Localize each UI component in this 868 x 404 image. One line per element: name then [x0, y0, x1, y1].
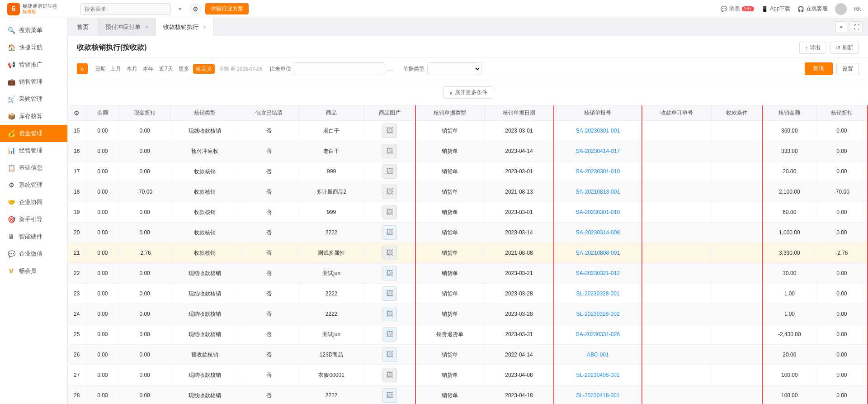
cell-cancel-bill-type: 销货单: [415, 263, 485, 284]
cancel-bill-no-link[interactable]: SA-20210808-001: [576, 250, 620, 256]
app-download-item[interactable]: 📱 App下载: [761, 5, 790, 13]
cancel-bill-no-link[interactable]: SA-20230321-012: [576, 270, 620, 276]
cancel-bill-no-link[interactable]: SL-20230328-001: [576, 290, 619, 297]
table-row: 28 0.00 0.00 现线收款核销 否 2222 🖼 销货单 2023-04…: [68, 385, 868, 404]
sidebar-item-vip[interactable]: V 畅会员: [0, 262, 67, 280]
date-btn-custom[interactable]: 自定义: [193, 64, 215, 74]
refresh-icon: ↺: [836, 45, 840, 51]
online-service-item[interactable]: 🎧 在线客服: [797, 5, 828, 13]
cell-balance: 0.00: [86, 141, 119, 162]
sidebar-item-purchase[interactable]: 🛒 采购管理: [0, 90, 67, 108]
refresh-btn[interactable]: ↺ 刷新: [830, 42, 859, 54]
cancel-bill-no-link[interactable]: SA-20230301-010: [576, 168, 620, 175]
tab-cancel-exec[interactable]: 收款核销执行 ×: [156, 18, 214, 36]
industry-btn[interactable]: 休验行业方案: [205, 3, 249, 14]
cell-receipt-condition: [711, 284, 763, 304]
cancel-bill-no-link[interactable]: ABC-001: [587, 352, 609, 358]
cell-cash-discount: 0.00: [119, 223, 170, 243]
cell-cancel-bill-date: 2023-03-14: [485, 223, 554, 243]
cancel-bill-no-link[interactable]: SA-20230414-017: [576, 148, 620, 154]
cell-receipt-order-no: [642, 345, 711, 365]
cell-receipt-condition: [711, 121, 763, 141]
cell-goods: 2222: [299, 284, 364, 304]
date-btn-7days[interactable]: 近7天: [157, 64, 175, 74]
cell-cancel-bill-no: SA-20230301-010: [554, 202, 642, 223]
user-avatar[interactable]: [835, 3, 847, 15]
cell-receipt-order-no: [642, 121, 711, 141]
cell-cancel-bill-type: 销货单: [415, 202, 485, 223]
sidebar-item-search[interactable]: 🔍 搜索菜单: [0, 22, 67, 39]
cancel-bill-no-link[interactable]: SL-20230328-002: [576, 311, 619, 317]
cell-include-settled: 否: [239, 141, 299, 162]
sidebar-label-sales: 销售管理: [19, 78, 42, 86]
tab-close-action[interactable]: ×: [835, 21, 847, 33]
sidebar-item-finance[interactable]: 💰 资金管理: [0, 125, 67, 142]
sidebar-item-inventory[interactable]: 📦 库存核算: [0, 108, 67, 125]
cancel-bill-no-link[interactable]: SA-20210813-001: [576, 189, 620, 195]
query-btn[interactable]: 查询: [805, 62, 833, 75]
tab-home[interactable]: 首页: [68, 18, 98, 36]
filter-expand-btn[interactable]: »: [77, 63, 88, 74]
from-unit-input[interactable]: [294, 62, 384, 75]
cancel-bill-no-link[interactable]: SA-20230331-026: [576, 331, 620, 337]
cell-cancel-discount: 0.00: [816, 162, 868, 182]
tab-expand-action[interactable]: ⛶: [851, 21, 863, 33]
basic-info-icon: 📋: [7, 164, 15, 172]
date-buttons: 上月 本月 本年 近7天 更多 自定义: [108, 64, 215, 74]
th-cancel-amount: 核销金额: [763, 105, 816, 121]
cell-cancel-type: 现结收款核销: [170, 365, 239, 385]
cancel-bill-no-link[interactable]: SA-20230301-010: [576, 209, 620, 215]
tab-cancel-exec-close[interactable]: ×: [203, 24, 206, 30]
top-search-input[interactable]: [80, 3, 171, 15]
cancel-bill-no-link[interactable]: SA-20230301-001: [576, 128, 620, 134]
th-cancel-discount: 核销折扣: [816, 105, 868, 121]
top-gear-icon[interactable]: ⚙: [189, 3, 202, 15]
date-btn-this-month[interactable]: 本月: [125, 64, 139, 74]
sidebar-item-enterprise-wechat[interactable]: 💬 企业微信: [0, 245, 67, 262]
top-dropdown-btn[interactable]: ▾: [175, 4, 185, 14]
table-row: 23 0.00 0.00 现结收款核销 否 2222 🖼 销货单 2023-03…: [68, 284, 868, 304]
sidebar-item-sys-mgmt[interactable]: ⚙ 系统管理: [0, 176, 67, 194]
th-settings[interactable]: ⚙: [68, 105, 86, 121]
sales-icon: 💼: [7, 78, 15, 86]
date-btn-last-month[interactable]: 上月: [108, 64, 123, 74]
tab-prepay[interactable]: 预付冲应付单 ×: [98, 18, 156, 36]
cell-cancel-type: 预收款核销: [170, 345, 239, 365]
cell-goods: 2222: [299, 385, 364, 404]
cell-goods-image: 🖼: [364, 141, 415, 162]
sidebar-item-smart-hw[interactable]: 🖥 智能硬件: [0, 228, 67, 245]
cell-cancel-bill-no: SL-20230328-002: [554, 304, 642, 324]
sidebar-item-beginner[interactable]: 🎯 新手引导: [0, 211, 67, 228]
sidebar-item-marketing[interactable]: 📢 营销推广: [0, 56, 67, 73]
cell-receipt-order-no: [642, 385, 711, 404]
cancel-bill-no-link[interactable]: SL-20230418-001: [576, 392, 619, 399]
top-bar: 6 畅捷通谱好生意 标推版 ▾ ⚙ 休验行业方案 💬 消息 99+ 📱 App下…: [0, 0, 868, 18]
cell-cancel-amount: -2,430.00: [763, 324, 816, 345]
date-btn-this-year[interactable]: 本年: [141, 64, 156, 74]
settings-btn[interactable]: 设置: [836, 63, 859, 75]
from-unit-dots[interactable]: ...: [387, 65, 396, 73]
expand-more-conditions-btn[interactable]: ∨ 展开更多条件: [443, 86, 493, 99]
cancel-bill-no-link[interactable]: SL-20230408-001: [576, 372, 619, 378]
voucher-type-select[interactable]: [427, 62, 481, 75]
sidebar-item-sales[interactable]: 💼 销售管理: [0, 73, 67, 90]
cell-cancel-type: 现结收款核销: [170, 284, 239, 304]
export-btn[interactable]: ↑ 导出: [799, 42, 826, 54]
cell-cancel-type: 现线收款核销: [170, 121, 239, 141]
tab-prepay-close[interactable]: ×: [145, 24, 148, 30]
sidebar-item-basic-info[interactable]: 📋 基础信息: [0, 159, 67, 176]
cell-cash-discount: 0.00: [119, 263, 170, 284]
sidebar-item-enterprise-collab[interactable]: 🤝 企业协同: [0, 194, 67, 211]
sidebar-item-quick-nav[interactable]: 🏠 快捷导航: [0, 39, 67, 56]
cell-balance: 0.00: [86, 304, 119, 324]
cell-goods: 测试jun: [299, 263, 364, 284]
sidebar-item-operations[interactable]: 📊 经营管理: [0, 142, 67, 159]
goods-image-placeholder: 🖼: [382, 124, 397, 138]
cancel-bill-no-link[interactable]: SA-20230314-008: [576, 229, 620, 236]
data-table-container[interactable]: ⚙ 余额 现金折扣 核销类型 包含已结清 商品 商品图片 核销单据类型 核销单据…: [68, 105, 868, 404]
date-btn-more[interactable]: 更多: [177, 64, 191, 74]
sidebar: 🔍 搜索菜单 🏠 快捷导航 📢 营销推广 💼 销售管理 🛒 采购管理 📦 库存核…: [0, 18, 68, 404]
cell-cancel-bill-date: 2023-04-08: [485, 365, 554, 385]
cell-include-settled: 否: [239, 304, 299, 324]
message-item[interactable]: 💬 消息 99+: [721, 5, 754, 13]
